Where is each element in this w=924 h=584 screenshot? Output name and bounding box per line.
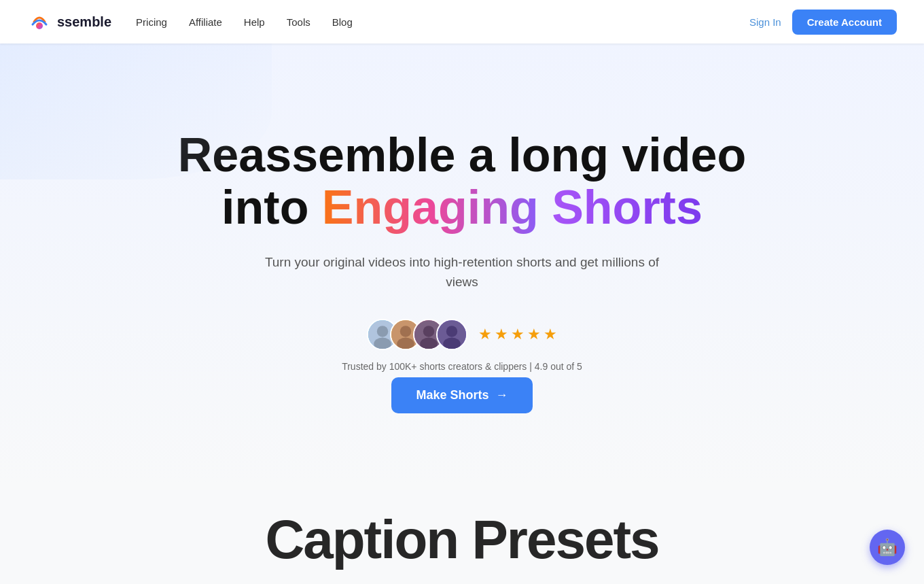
svg-point-6 bbox=[400, 326, 411, 337]
hero-title-line2-prefix: into bbox=[221, 181, 322, 234]
nav-item-affiliate[interactable]: Affiliate bbox=[189, 16, 222, 28]
star-3: ★ bbox=[511, 326, 525, 343]
avatar-4 bbox=[436, 319, 467, 350]
star-2: ★ bbox=[495, 326, 508, 343]
create-account-button[interactable]: Create Account bbox=[792, 10, 897, 35]
star-1: ★ bbox=[478, 326, 492, 343]
navbar-left: ssemble Pricing Affiliate Help Tools Blo… bbox=[27, 10, 353, 34]
svg-rect-0 bbox=[27, 10, 52, 34]
hero-title: Reassemble a long video into Engaging Sh… bbox=[178, 129, 746, 234]
star-4: ★ bbox=[527, 326, 541, 343]
nav-links: Pricing Affiliate Help Tools Blog bbox=[136, 16, 353, 28]
logo-link[interactable]: ssemble bbox=[27, 10, 111, 34]
navbar: ssemble Pricing Affiliate Help Tools Blo… bbox=[0, 0, 924, 44]
stars-rating: ★ ★ ★ ★ ★ bbox=[478, 326, 557, 343]
svg-point-12 bbox=[446, 326, 457, 337]
svg-point-9 bbox=[423, 326, 434, 337]
nav-item-blog[interactable]: Blog bbox=[332, 16, 353, 28]
logo-icon bbox=[27, 10, 52, 34]
navbar-right: Sign In Create Account bbox=[749, 10, 897, 35]
trusted-text: Trusted by 100K+ shorts creators & clipp… bbox=[342, 361, 582, 372]
hero-title-shorts: Shorts bbox=[552, 181, 703, 234]
star-5: ★ bbox=[544, 326, 557, 343]
hero-title-line1: Reassemble a long video bbox=[178, 128, 746, 182]
svg-point-1 bbox=[36, 22, 43, 29]
cta-label: Make Shorts bbox=[416, 388, 488, 402]
cta-arrow-icon: → bbox=[496, 388, 508, 402]
nav-item-help[interactable]: Help bbox=[244, 16, 265, 28]
hero-title-engaging: Engaging bbox=[322, 181, 539, 234]
bottom-title-text: Caption Presets bbox=[265, 509, 658, 570]
logo-text: ssemble bbox=[57, 14, 111, 30]
nav-item-tools[interactable]: Tools bbox=[287, 16, 310, 28]
hero-section: Reassemble a long video into Engaging Sh… bbox=[0, 44, 924, 485]
chat-widget[interactable]: 🤖 bbox=[870, 530, 905, 565]
hero-subtitle: Turn your original videos into high-rete… bbox=[258, 253, 666, 292]
social-proof-wrapper: ★ ★ ★ ★ ★ Trusted by 100K+ shorts creato… bbox=[342, 319, 582, 372]
svg-point-3 bbox=[377, 326, 388, 337]
make-shorts-button[interactable]: Make Shorts → bbox=[391, 377, 532, 413]
nav-item-pricing[interactable]: Pricing bbox=[136, 16, 167, 28]
bottom-section: Caption Presets bbox=[0, 485, 924, 584]
sign-in-button[interactable]: Sign In bbox=[749, 16, 781, 28]
social-proof-row: ★ ★ ★ ★ ★ bbox=[367, 319, 557, 350]
avatar-stack bbox=[367, 319, 467, 350]
bottom-section-title: Caption Presets bbox=[265, 513, 658, 567]
chat-robot-icon: 🤖 bbox=[877, 538, 898, 557]
